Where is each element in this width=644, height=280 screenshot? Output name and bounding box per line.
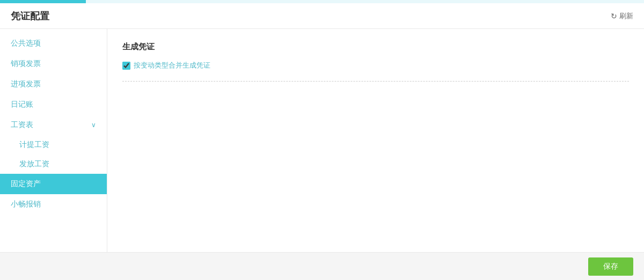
sidebar-item-label: 小畅报销 [11,200,41,209]
sidebar: 公共选项 销项发票 进项发票 日记账 工资表 ∨ 计提工资 发放工资 固定资产 … [0,29,107,252]
sidebar-item-sales-invoice[interactable]: 销项发票 [0,54,107,74]
sidebar-item-label: 固定资产 [11,179,41,189]
footer: 保存 [0,252,644,280]
sidebar-item-label: 工资表 [11,120,33,130]
sidebar-item-label: 销项发票 [11,59,41,69]
merge-by-type-checkbox[interactable] [122,62,130,70]
section-title: 生成凭证 [122,42,629,52]
content-area: 生成凭证 按变动类型合并生成凭证 [107,29,644,252]
sidebar-item-expense[interactable]: 小畅报销 [0,194,107,215]
sidebar-item-purchase-invoice[interactable]: 进项发票 [0,74,107,94]
sidebar-item-label: 计提工资 [19,140,49,149]
save-button[interactable]: 保存 [588,257,633,276]
sidebar-item-fixed-assets[interactable]: 固定资产 [0,174,107,194]
refresh-icon: ↻ [611,12,617,20]
sidebar-item-payroll[interactable]: 工资表 ∨ [0,115,107,135]
sidebar-item-label: 日记账 [11,100,33,109]
sidebar-item-disburse[interactable]: 发放工资 [0,154,107,174]
main-layout: 公共选项 销项发票 进项发票 日记账 工资表 ∨ 计提工资 发放工资 固定资产 … [0,29,644,252]
sidebar-item-journal[interactable]: 日记账 [0,94,107,115]
sidebar-item-commission[interactable]: 计提工资 [0,135,107,154]
top-tab-active-indicator [0,0,86,3]
sidebar-item-label: 公共选项 [11,39,41,48]
checkbox-label[interactable]: 按变动类型合并生成凭证 [134,61,210,70]
section-divider [122,81,629,82]
page-title: 凭证配置 [11,10,49,23]
sidebar-item-label: 发放工资 [19,159,49,168]
checkbox-row: 按变动类型合并生成凭证 [122,61,629,70]
chevron-down-icon: ∨ [91,121,96,129]
refresh-label: 刷新 [619,11,633,21]
header: 凭证配置 ↻ 刷新 [0,3,644,29]
sidebar-item-label: 进项发票 [11,79,41,89]
refresh-button[interactable]: ↻ 刷新 [611,11,633,21]
top-tab-bar [0,0,644,3]
sidebar-item-public[interactable]: 公共选项 [0,33,107,54]
